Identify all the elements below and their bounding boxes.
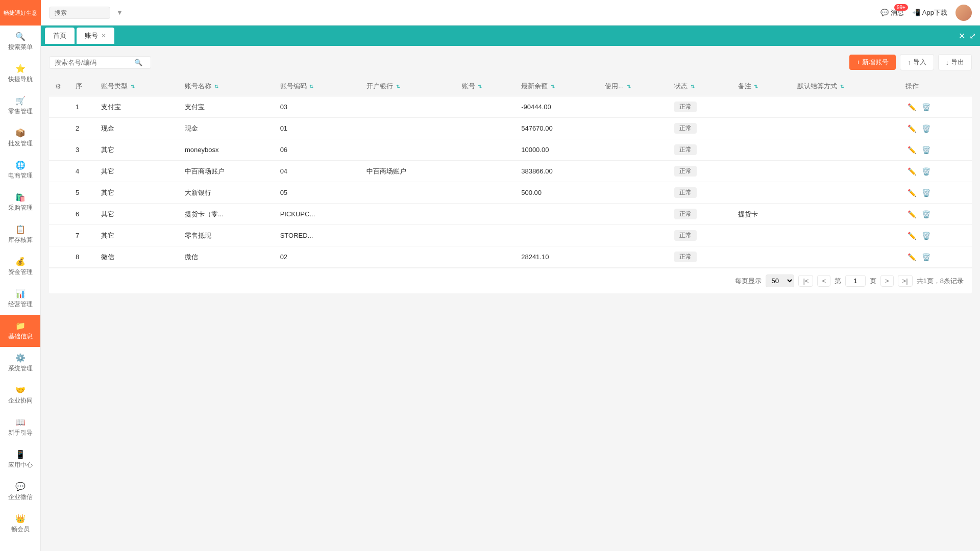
sidebar-item-label: 企业协同 (8, 396, 33, 405)
sidebar-item-system-mgmt[interactable]: ⚙️ 系统管理 (0, 347, 40, 379)
sidebar-item-wholesale-mgmt[interactable]: 📦 批发管理 (0, 122, 40, 154)
tab-close-icon[interactable]: ✕ (101, 32, 106, 39)
cell-remark (732, 225, 791, 246)
topbar-search-input[interactable] (49, 7, 110, 19)
cell-use (599, 96, 668, 118)
th-no: 序 (69, 77, 95, 96)
cell-action: ✏️ 🗑️ (899, 204, 972, 225)
search-input[interactable] (55, 59, 131, 66)
topbar-chevron-icon[interactable]: ▼ (116, 9, 123, 16)
last-page-btn[interactable]: >| (898, 275, 913, 287)
th-bank[interactable]: 开户银行 ⇅ (360, 77, 456, 96)
cell-use (599, 182, 668, 204)
sidebar-item-retail-mgmt[interactable]: 🛒 零售管理 (0, 90, 40, 122)
tab-bar: 首页 账号 ✕ ✕ ⤢ (41, 26, 980, 46)
sidebar-item-operations-mgmt[interactable]: 📊 经营管理 (0, 283, 40, 315)
edit-btn[interactable]: ✏️ (905, 252, 918, 262)
page-size-select[interactable]: 50 10 20 100 (766, 274, 794, 287)
import-icon: ↑ (908, 59, 911, 66)
cell-account-name: 大新银行 (179, 182, 274, 204)
sidebar-item-finance-mgmt[interactable]: 💰 资金管理 (0, 251, 40, 283)
th-account-type[interactable]: 账号类型 ⇅ (95, 77, 179, 96)
table-row: 2 现金 现金 01 547670.00 正常 ✏️ 🗑️ (49, 118, 972, 139)
quick-nav-icon: ⭐ (15, 64, 26, 73)
cell-account-type: 微信 (95, 246, 179, 268)
cell-account-code: 04 (274, 161, 360, 182)
th-account-no[interactable]: 账号 ⇅ (456, 77, 515, 96)
page-input[interactable] (845, 275, 866, 287)
th-account-name[interactable]: 账号名称 ⇅ (179, 77, 274, 96)
search-box[interactable]: 🔍 (49, 56, 151, 69)
cell-no: 1 (69, 96, 95, 118)
cell-latest-balance: -90444.00 (515, 96, 599, 118)
cell-default-settlement (791, 182, 899, 204)
delete-btn[interactable]: 🗑️ (920, 252, 933, 262)
first-page-btn[interactable]: |< (798, 275, 813, 287)
th-account-code[interactable]: 账号编码 ⇅ (274, 77, 360, 96)
cell-remark (732, 139, 791, 161)
th-use[interactable]: 使用... ⇅ (599, 77, 668, 96)
sidebar-item-quick-nav[interactable]: ⭐ 快捷导航 (0, 58, 40, 90)
msg-badge: 99+ (894, 4, 908, 11)
th-settings[interactable]: ⚙ (49, 77, 69, 96)
topbar-app-download[interactable]: 📲 App下载 (912, 8, 947, 17)
sidebar-item-vip-member[interactable]: 👑 畅会员 (0, 508, 40, 540)
th-default-settlement[interactable]: 默认结算方式 ⇅ (791, 77, 899, 96)
delete-btn[interactable]: 🗑️ (920, 188, 933, 198)
edit-btn[interactable]: ✏️ (905, 188, 918, 198)
cell-default-settlement (791, 161, 899, 182)
th-remark[interactable]: 备注 ⇅ (732, 77, 791, 96)
cell-status: 正常 (668, 139, 731, 161)
tab-home[interactable]: 首页 (45, 28, 75, 44)
account-table-container: ⚙ 序 账号类型 ⇅ 账号名称 ⇅ 账号编码 ⇅ 开户银行 ⇅ 账号 ⇅ 最新余… (49, 77, 972, 293)
sidebar-item-enterprise-agreement[interactable]: 🤝 企业协同 (0, 379, 40, 411)
edit-btn[interactable]: ✏️ (905, 102, 918, 112)
sidebar-item-enterprise-wechat[interactable]: 💬 企业微信 (0, 475, 40, 508)
delete-btn[interactable]: 🗑️ (920, 123, 933, 134)
delete-btn[interactable]: 🗑️ (920, 166, 933, 177)
sidebar-item-inventory[interactable]: 📋 库存核算 (0, 218, 40, 251)
cell-status: 正常 (668, 161, 731, 182)
delete-btn[interactable]: 🗑️ (920, 102, 933, 112)
cell-remark (732, 182, 791, 204)
th-latest-balance[interactable]: 最新余额 ⇅ (515, 77, 599, 96)
cell-remark (732, 246, 791, 268)
delete-btn[interactable]: 🗑️ (920, 209, 933, 219)
sidebar-item-search-menu[interactable]: 🔍 搜索菜单 (0, 26, 40, 58)
edit-btn[interactable]: ✏️ (905, 231, 918, 241)
sidebar-item-ecommerce-mgmt[interactable]: 🌐 电商管理 (0, 154, 40, 186)
edit-btn[interactable]: ✏️ (905, 145, 918, 155)
next-page-btn[interactable]: > (880, 275, 894, 287)
table-row: 8 微信 微信 02 28241.10 正常 ✏️ 🗑️ (49, 246, 972, 268)
guide-icon: 📖 (15, 417, 26, 427)
tab-close-action[interactable]: ✕ (959, 31, 965, 41)
cell-remark (732, 161, 791, 182)
table-row: 4 其它 中百商场账户 04 中百商场账户 383866.00 正常 ✏️ 🗑️ (49, 161, 972, 182)
edit-btn[interactable]: ✏️ (905, 166, 918, 177)
edit-btn[interactable]: ✏️ (905, 123, 918, 134)
export-button[interactable]: ↓ 导出 (938, 54, 972, 70)
cell-account-code: PICKUPC... (274, 204, 360, 225)
cell-settings (49, 225, 69, 246)
table-body: 1 支付宝 支付宝 03 -90444.00 正常 ✏️ 🗑️ 2 现金 现金 … (49, 96, 972, 268)
tab-expand-action[interactable]: ⤢ (969, 31, 976, 41)
search-icon[interactable]: 🔍 (134, 59, 142, 66)
import-button[interactable]: ↑ 导入 (900, 54, 934, 70)
edit-btn[interactable]: ✏️ (905, 209, 918, 219)
topbar-msg-btn[interactable]: 💬 消息 99+ (880, 8, 904, 17)
table-row: 6 其它 提货卡（零... PICKUPC... 正常 提货卡 ✏️ 🗑️ (49, 204, 972, 225)
prev-page-btn[interactable]: < (817, 275, 830, 287)
sidebar-item-app-center[interactable]: 📱 应用中心 (0, 443, 40, 475)
table-row: 1 支付宝 支付宝 03 -90444.00 正常 ✏️ 🗑️ (49, 96, 972, 118)
th-status[interactable]: 状态 ⇅ (668, 77, 731, 96)
delete-btn[interactable]: 🗑️ (920, 231, 933, 241)
sidebar-item-basic-info[interactable]: 📁 基础信息 (0, 315, 40, 347)
sidebar-item-purchase-mgmt[interactable]: 🛍️ 采购管理 (0, 186, 40, 218)
tab-account[interactable]: 账号 ✕ (77, 28, 114, 44)
app-center-icon: 📱 (15, 449, 26, 459)
user-avatar[interactable] (955, 5, 972, 21)
sidebar-item-beginner-guide[interactable]: 📖 新手引导 (0, 411, 40, 443)
new-account-button[interactable]: + 新增账号 (849, 55, 896, 70)
delete-btn[interactable]: 🗑️ (920, 145, 933, 155)
main-area: ▼ 💬 消息 99+ 📲 App下载 首页 账号 ✕ ✕ ⤢ (41, 0, 980, 551)
